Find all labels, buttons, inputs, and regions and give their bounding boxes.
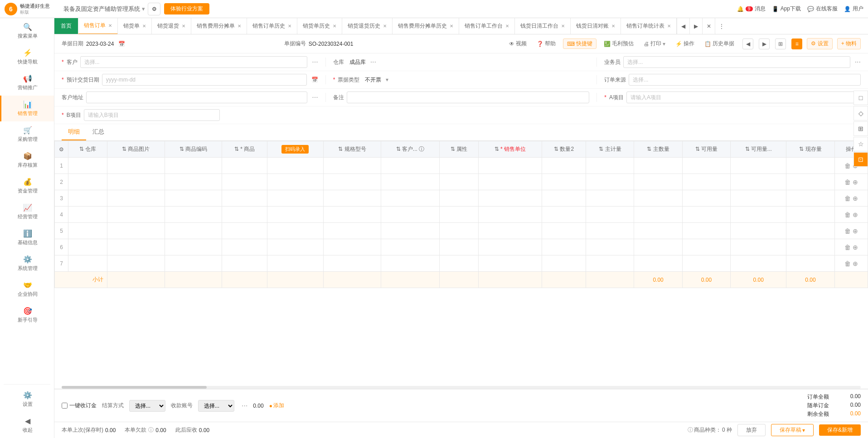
sidebar-item-marketing[interactable]: 📢 营销推广 [0, 70, 54, 96]
help-btn[interactable]: ❓ 帮助 [534, 39, 558, 48]
float-btn-3[interactable]: ⊞ [853, 121, 868, 136]
row-6-copy-icon[interactable]: ⊕ [853, 244, 858, 251]
list-view-btn[interactable]: ≡ [791, 39, 802, 49]
row-2-main-qty[interactable] [634, 174, 682, 190]
row-2-copy-icon[interactable]: ⊕ [853, 178, 858, 186]
row-2-product[interactable] [222, 174, 267, 190]
a-project-input[interactable] [626, 91, 861, 103]
float-btn-1[interactable]: □ [853, 91, 868, 105]
tab-menu-btn[interactable]: ⋮ [715, 18, 727, 34]
sidebar-item-finance[interactable]: 💰 资金管理 [0, 173, 54, 199]
tab-cash-workbench[interactable]: 钱货日清工作台 ✕ [515, 18, 571, 34]
close-tab-sales-order[interactable]: ✕ [108, 23, 112, 28]
row-4-copy-icon[interactable]: ⊕ [853, 211, 858, 218]
grid-view-btn[interactable]: ⊞ [775, 39, 786, 49]
row-2-attributes[interactable] [439, 174, 478, 190]
customer-more-btn[interactable]: ··· [312, 58, 318, 66]
salesperson-input[interactable] [623, 56, 850, 68]
row-2-customer-code[interactable] [381, 174, 439, 190]
salesperson-more-btn[interactable]: ··· [855, 58, 861, 66]
tab-invoice-history[interactable]: 销货单历史 ✕ [297, 18, 342, 34]
warehouse-more-btn[interactable]: ··· [370, 58, 376, 66]
tab-order-history[interactable]: 销售订单历史 ✕ [247, 18, 297, 34]
history-btn[interactable]: 📋 历史单据 [702, 39, 737, 48]
next-record-btn[interactable]: ▶ [759, 39, 770, 49]
add-payment-btn[interactable]: ● 添加 [269, 402, 284, 409]
row-2-product-code[interactable] [165, 174, 222, 190]
row-7-copy-icon[interactable]: ⊕ [853, 260, 858, 267]
row-2-qty2[interactable] [542, 174, 586, 190]
row-2-warehouse[interactable] [68, 174, 107, 190]
account-select[interactable]: 选择... [198, 400, 234, 412]
tab-expense-split[interactable]: 销售费用分摊单 ✕ [191, 18, 247, 34]
save-draft-button[interactable]: 保存草稿 ▾ [771, 424, 814, 436]
row-3-delete-icon[interactable]: 🗑 [844, 195, 851, 202]
tab-sales-order[interactable]: 销售订单 ✕ [78, 18, 118, 34]
sidebar-item-collab[interactable]: 🤝 企业协同 [0, 276, 54, 302]
save-new-button[interactable]: 保存&新增 [819, 424, 861, 436]
row-2-spec[interactable] [324, 174, 381, 190]
float-btn-2[interactable]: ◇ [853, 106, 868, 120]
settlement-select[interactable]: 选择... [129, 400, 165, 412]
tab-sales-return[interactable]: 销货退货 ✕ [152, 18, 191, 34]
table-scrollbar[interactable] [54, 385, 868, 389]
tab-order-workbench[interactable]: 销售订单工作台 ✕ [459, 18, 515, 34]
action-btn[interactable]: ⚡ 操作 [673, 39, 697, 48]
settings-button[interactable]: ⚙ 设置 [807, 38, 832, 49]
discard-button[interactable]: 放弃 [737, 424, 766, 436]
close-tab-sales-invoice[interactable]: ✕ [142, 24, 146, 29]
row-1-attributes[interactable] [439, 158, 478, 174]
close-tab-sales-return[interactable]: ✕ [182, 24, 185, 29]
row-3-copy-icon[interactable]: ⊕ [853, 195, 858, 202]
sidebar-item-guide[interactable]: 🎯 新手引导 [0, 302, 54, 328]
close-tab-cash-workbench[interactable]: ✕ [561, 24, 565, 29]
product-types-help-icon[interactable]: ⓘ [688, 426, 693, 434]
tab-return-history[interactable]: 销货退货历史 ✕ [342, 18, 393, 34]
tab-summary[interactable]: 汇总 [86, 124, 111, 140]
notice-btn[interactable]: 🔔 9 消息 [737, 5, 766, 13]
row-1-product[interactable] [222, 158, 267, 174]
row-6-delete-icon[interactable]: 🗑 [844, 244, 851, 251]
sidebar-settings-btn[interactable]: ⚙️ 设置 [0, 386, 54, 412]
col-settings-header[interactable]: ⚙ [55, 141, 68, 158]
tab-cash-reconcile[interactable]: 钱货日清对账 ✕ [571, 18, 621, 34]
solution-button[interactable]: 体验行业方案 [164, 3, 209, 14]
close-tab-expense-history[interactable]: ✕ [450, 24, 453, 29]
app-download-btn[interactable]: 📱 App下载 [772, 5, 801, 13]
row-2-delete-icon[interactable]: 🗑 [844, 178, 851, 186]
delivery-calendar-icon[interactable]: 📅 [311, 77, 318, 83]
sidebar-item-operations[interactable]: 📈 经营管理 [0, 199, 54, 225]
row-4-delete-icon[interactable]: 🗑 [844, 211, 851, 218]
current-due-help-icon[interactable]: ⓘ [148, 426, 154, 434]
sidebar-item-quick-nav[interactable]: ⚡ 快捷导航 [0, 44, 54, 70]
tab-home[interactable]: 首页 [54, 18, 78, 34]
invoice-dropdown-icon[interactable]: ▾ [386, 77, 388, 83]
row-2-sales-unit[interactable] [478, 174, 542, 190]
close-tab-order-workbench[interactable]: ✕ [505, 24, 509, 29]
tab-stats[interactable]: 销售订单统计表 ✕ [621, 18, 677, 34]
tab-prev-btn[interactable]: ◀ [677, 18, 689, 34]
sidebar-item-purchase[interactable]: 🛒 采购管理 [0, 121, 54, 147]
settings-icon-btn[interactable]: ⚙ [148, 3, 160, 15]
table-wrapper[interactable]: ⚙ ⇅ 仓库 ⇅ 商品图片 ⇅ 商品编码 [54, 141, 868, 385]
prev-record-btn[interactable]: ◀ [742, 39, 753, 49]
tab-close-btn[interactable]: ✕ [702, 18, 715, 34]
customer-address-input[interactable] [86, 91, 307, 103]
close-tab-cash-reconcile[interactable]: ✕ [611, 24, 615, 29]
close-tab-expense-split[interactable]: ✕ [238, 24, 241, 29]
customer-input[interactable] [80, 56, 308, 68]
row-1-customer-code[interactable] [381, 158, 439, 174]
row-7-delete-icon[interactable]: 🗑 [844, 260, 851, 267]
scrollbar-thumb[interactable] [62, 386, 207, 389]
float-btn-5[interactable]: ⊡ [853, 152, 868, 167]
online-service-btn[interactable]: 💬 在线客服 [807, 5, 838, 13]
add-material-button[interactable]: + 物料 [837, 38, 861, 49]
sidebar-collapse-btn[interactable]: ◀ 收起 [0, 412, 54, 438]
user-btn[interactable]: 👤 用户 [844, 5, 863, 13]
float-btn-4[interactable]: ☆ [853, 137, 868, 151]
address-more-btn[interactable]: ··· [312, 93, 318, 101]
close-tab-invoice-history[interactable]: ✕ [333, 24, 336, 29]
tab-sales-invoice[interactable]: 销货单 ✕ [118, 18, 152, 34]
tab-next-btn[interactable]: ▶ [689, 18, 702, 34]
one-click-checkbox-input[interactable] [62, 403, 68, 409]
